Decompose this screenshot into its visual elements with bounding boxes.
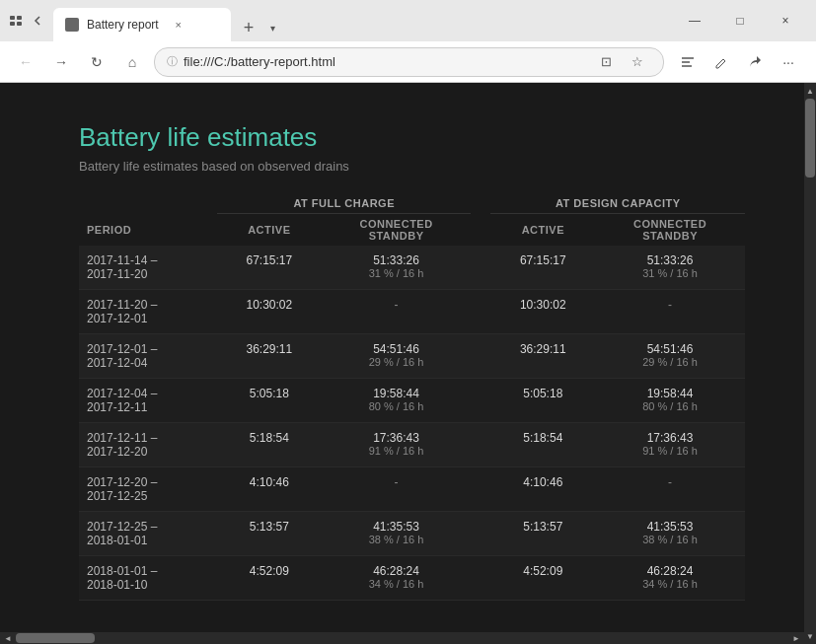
dc-active-cell: 67:15:17	[490, 246, 595, 290]
fc-active-cell: 10:30:02	[217, 290, 322, 334]
browser-menu-icon[interactable]	[8, 13, 24, 29]
battery-table: AT FULL CHARGE AT DESIGN CAPACITY PERIOD…	[79, 193, 745, 601]
svg-rect-2	[10, 22, 15, 26]
maximize-button[interactable]: □	[717, 0, 763, 41]
fc-standby-col-header: CONNECTEDSTANDBY	[322, 214, 472, 247]
address-bar: ← → ↻ ⌂ ⓘ file:///C:/battery-report.html…	[0, 41, 816, 83]
fc-standby-cell: 19:58:4480 % / 16 h	[322, 379, 472, 423]
url-actions: ⊡ ☆	[592, 48, 651, 76]
bookmark-icon[interactable]: ☆	[624, 48, 651, 76]
table-row: 2017-11-20 –2017-12-0110:30:02-10:30:02-	[79, 290, 745, 334]
dc-standby-col-header: CONNECTEDSTANDBY	[595, 214, 745, 247]
url-bar[interactable]: ⓘ file:///C:/battery-report.html ⊡ ☆	[154, 47, 664, 77]
scroll-up-button[interactable]: ▲	[804, 83, 816, 99]
tab-close-button[interactable]: ×	[171, 17, 186, 33]
dc-standby-cell: -	[595, 290, 745, 334]
group-header-row: AT FULL CHARGE AT DESIGN CAPACITY	[79, 193, 745, 214]
title-bar: Battery report × + ▾ — □ ×	[0, 0, 816, 41]
fc-active-col-header: ACTIVE	[217, 214, 322, 247]
fc-standby-cell: 17:36:4391 % / 16 h	[322, 423, 472, 467]
table-row: 2017-12-01 –2017-12-0436:29:1154:51:4629…	[79, 334, 745, 379]
refresh-button[interactable]: ↻	[83, 48, 111, 76]
scroll-thumb-h[interactable]	[16, 633, 95, 643]
forward-icon: →	[54, 54, 68, 70]
window-controls: — □ ×	[672, 0, 808, 41]
fc-standby-cell: 51:33:2631 % / 16 h	[322, 246, 472, 290]
scroll-right-button[interactable]: ►	[788, 632, 804, 644]
dc-active-cell: 4:10:46	[490, 467, 595, 512]
scroll-left-button[interactable]: ◄	[0, 632, 16, 644]
fc-active-cell: 5:13:57	[217, 512, 322, 556]
dc-active-cell: 5:13:57	[490, 512, 595, 556]
dc-standby-cell: 51:33:2631 % / 16 h	[595, 246, 745, 290]
table-row: 2018-01-01 –2018-01-104:52:0946:28:2434 …	[79, 556, 745, 601]
table-row: 2017-12-25 –2018-01-015:13:5741:35:5338 …	[79, 512, 745, 556]
scroll-thumb-v[interactable]	[805, 99, 815, 178]
active-tab[interactable]: Battery report ×	[53, 8, 231, 41]
tab-bar: Battery report × + ▾	[53, 0, 668, 41]
dc-active-cell: 5:18:54	[490, 423, 595, 467]
url-text: file:///C:/battery-report.html	[184, 54, 586, 69]
back-icon: ←	[19, 54, 33, 70]
fc-active-cell: 4:52:09	[217, 556, 322, 601]
fc-standby-cell: 54:51:4629 % / 16 h	[322, 334, 472, 379]
back-button[interactable]: ←	[12, 48, 39, 76]
dc-standby-cell: 46:28:2434 % / 16 h	[595, 556, 745, 601]
dc-active-cell: 5:05:18	[490, 379, 595, 423]
tab-dropdown-button[interactable]: ▾	[262, 14, 282, 41]
period-cell: 2017-11-14 –2017-11-20	[79, 246, 217, 290]
period-col-header: PERIOD	[79, 214, 217, 247]
report-subtitle: Battery life estimates based on observed…	[79, 159, 745, 174]
minimize-button[interactable]: —	[672, 0, 717, 41]
ellipsis-icon: ···	[782, 54, 794, 70]
fc-standby-cell: 46:28:2434 % / 16 h	[322, 556, 472, 601]
reader-view-icon[interactable]: ⊡	[592, 48, 620, 76]
tab-favicon	[65, 18, 79, 32]
forward-button[interactable]: →	[47, 48, 75, 76]
home-icon: ⌂	[128, 54, 136, 70]
close-button[interactable]: ×	[763, 0, 808, 41]
dc-standby-cell: -	[595, 467, 745, 512]
favorites-button[interactable]	[672, 46, 704, 78]
report-title: Battery life estimates	[79, 122, 745, 153]
dc-active-cell: 36:29:11	[490, 334, 595, 379]
period-cell: 2017-12-04 –2017-12-11	[79, 379, 217, 423]
fc-standby-cell: -	[322, 290, 472, 334]
scroll-down-button[interactable]: ▼	[804, 628, 816, 644]
svg-rect-0	[10, 16, 15, 20]
browser-chrome: Battery report × + ▾ — □ × ← → ↻ ⌂ ⓘ fil…	[0, 0, 816, 83]
dc-active-cell: 4:52:09	[490, 556, 595, 601]
fc-active-cell: 5:05:18	[217, 379, 322, 423]
title-bar-left	[8, 13, 45, 29]
dc-active-cell: 10:30:02	[490, 290, 595, 334]
period-cell: 2017-11-20 –2017-12-01	[79, 290, 217, 334]
report-wrapper: Battery life estimates Battery life esti…	[0, 83, 804, 632]
svg-rect-1	[17, 16, 22, 20]
period-cell: 2018-01-01 –2018-01-10	[79, 556, 217, 601]
fc-active-cell: 67:15:17	[217, 246, 322, 290]
fc-standby-cell: 41:35:5338 % / 16 h	[322, 512, 472, 556]
fc-active-cell: 36:29:11	[217, 334, 322, 379]
share-button[interactable]	[739, 46, 771, 78]
home-button[interactable]: ⌂	[118, 48, 146, 76]
horizontal-scrollbar[interactable]: ◄ ►	[0, 632, 804, 644]
column-header-row: PERIOD ACTIVE CONNECTEDSTANDBY ACTIVE CO…	[79, 214, 745, 247]
dc-standby-cell: 17:36:4391 % / 16 h	[595, 423, 745, 467]
new-tab-button[interactable]: +	[235, 14, 262, 41]
dc-standby-cell: 54:51:4629 % / 16 h	[595, 334, 745, 379]
back-btn-title[interactable]	[30, 13, 45, 29]
security-icon: ⓘ	[167, 54, 178, 69]
full-charge-header: AT FULL CHARGE	[217, 193, 471, 214]
more-button[interactable]: ···	[773, 46, 804, 78]
fc-active-cell: 4:10:46	[217, 467, 322, 512]
table-row: 2017-12-04 –2017-12-115:05:1819:58:4480 …	[79, 379, 745, 423]
toolbar-right: ···	[672, 46, 804, 78]
table-row: 2017-12-20 –2017-12-254:10:46-4:10:46-	[79, 467, 745, 512]
refresh-icon: ↻	[91, 54, 103, 70]
table-row: 2017-12-11 –2017-12-205:18:5417:36:4391 …	[79, 423, 745, 467]
design-capacity-header: AT DESIGN CAPACITY	[490, 193, 745, 214]
fc-standby-cell: -	[322, 467, 472, 512]
edit-button[interactable]	[705, 46, 737, 78]
vertical-scrollbar[interactable]: ▲ ▼	[804, 83, 816, 644]
period-cell: 2017-12-11 –2017-12-20	[79, 423, 217, 467]
